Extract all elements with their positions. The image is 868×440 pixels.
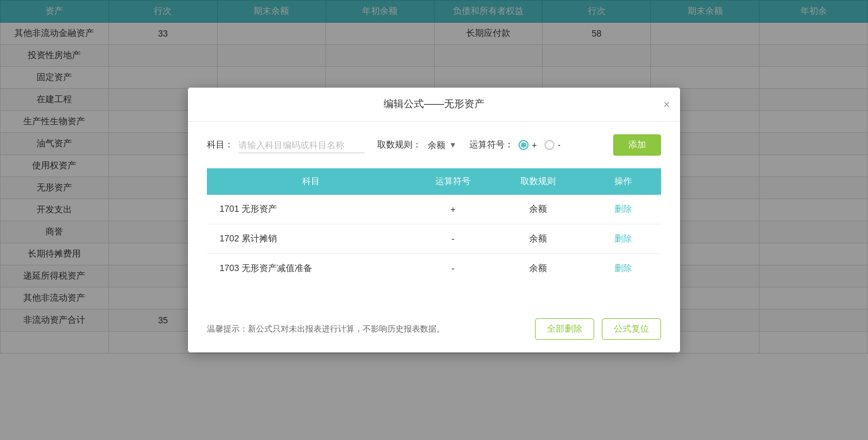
- modal-title: 编辑公式——无形资产: [384, 98, 484, 111]
- radio-minus-label: -: [558, 140, 561, 150]
- modal-body: 科目： 取数规则： 余额 借方 贷方 ▼ 运算符号：: [188, 122, 680, 308]
- delete-row-button[interactable]: 删除: [614, 233, 632, 245]
- radio-plus[interactable]: +: [519, 140, 537, 150]
- rule-select-wrapper: 余额 借方 贷方 ▼: [426, 137, 457, 153]
- radio-minus-circle: [544, 140, 554, 150]
- th-action: 操作: [585, 168, 661, 195]
- table-row: 1703 无形资产减值准备-余额删除: [207, 254, 661, 284]
- footer-actions: 全部删除 公式复位: [535, 318, 661, 340]
- cell-operator: -: [415, 224, 491, 254]
- reset-formula-button[interactable]: 公式复位: [602, 318, 661, 340]
- operator-radio-group: + -: [519, 140, 561, 150]
- cell-operator: +: [415, 195, 491, 224]
- footer-hint: 温馨提示：新公式只对未出报表进行计算，不影响历史报表数据。: [207, 323, 445, 335]
- operator-group: 运算符号： + -: [469, 139, 561, 151]
- modal-dialog: 编辑公式——无形资产 × 科目： 取数规则： 余额 借方 贷方: [188, 88, 680, 352]
- cell-subject: 1701 无形资产: [207, 195, 415, 224]
- form-row: 科目： 取数规则： 余额 借方 贷方 ▼ 运算符号：: [207, 134, 661, 156]
- delete-row-button[interactable]: 删除: [614, 204, 632, 215]
- cell-operator: -: [415, 254, 491, 284]
- formula-table: 科目 运算符号 取数规则 操作 1701 无形资产+余额删除1702 累计摊销-…: [207, 168, 661, 283]
- cell-subject: 1703 无形资产减值准备: [207, 254, 415, 284]
- radio-plus-label: +: [532, 140, 537, 150]
- modal-close-button[interactable]: ×: [663, 99, 670, 110]
- operator-label: 运算符号：: [469, 139, 513, 151]
- cell-action: 删除: [585, 254, 661, 284]
- radio-plus-circle: [519, 140, 529, 150]
- subject-input[interactable]: [238, 137, 365, 153]
- delete-row-button[interactable]: 删除: [614, 263, 632, 274]
- table-row: 1702 累计摊销-余额删除: [207, 224, 661, 254]
- table-row: 1701 无形资产+余额删除: [207, 195, 661, 224]
- rule-select[interactable]: 余额 借方 贷方: [426, 137, 447, 153]
- cell-subject: 1702 累计摊销: [207, 224, 415, 254]
- delete-all-button[interactable]: 全部删除: [535, 318, 594, 340]
- select-arrow-icon: ▼: [449, 141, 457, 149]
- subject-label: 科目：: [207, 139, 233, 151]
- modal-header: 编辑公式——无形资产 ×: [188, 88, 680, 122]
- modal-overlay: 编辑公式——无形资产 × 科目： 取数规则： 余额 借方 贷方: [0, 0, 868, 440]
- rule-group: 取数规则： 余额 借方 贷方 ▼: [377, 137, 457, 153]
- radio-minus[interactable]: -: [544, 140, 561, 150]
- cell-action: 删除: [585, 224, 661, 254]
- cell-rule: 余额: [491, 224, 585, 254]
- th-operator: 运算符号: [415, 168, 491, 195]
- th-rule: 取数规则: [491, 168, 585, 195]
- cell-rule: 余额: [491, 254, 585, 284]
- modal-footer: 温馨提示：新公式只对未出报表进行计算，不影响历史报表数据。 全部删除 公式复位: [188, 308, 680, 352]
- subject-group: 科目：: [207, 137, 365, 153]
- rule-label: 取数规则：: [377, 139, 421, 151]
- cell-action: 删除: [585, 195, 661, 224]
- cell-rule: 余额: [491, 195, 585, 224]
- add-button[interactable]: 添加: [613, 134, 661, 156]
- th-subject: 科目: [207, 168, 415, 195]
